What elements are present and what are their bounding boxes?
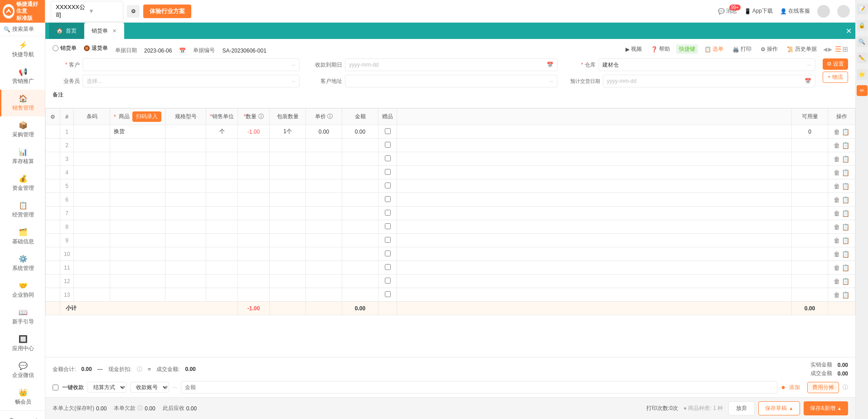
discard-button[interactable]: 放弃 (728, 401, 755, 415)
toolbar-print[interactable]: 🖨️ 打印 (730, 44, 754, 54)
right-panel-btn-4[interactable]: ✏️ (857, 53, 868, 63)
row-spec-cell[interactable] (165, 288, 206, 302)
delete-icon[interactable]: 🗑 (834, 250, 840, 258)
right-panel-btn-2[interactable]: 🔒 (857, 20, 868, 31)
topbar-settings-icon[interactable]: ⚙ (127, 5, 140, 18)
sidebar-item-collab[interactable]: 🤝 企业协同 (0, 277, 45, 303)
gift-checkbox[interactable] (385, 196, 391, 202)
row-pkg-cell[interactable] (270, 207, 306, 220)
row-barcode-cell[interactable] (74, 247, 110, 261)
copy-icon[interactable]: 📋 (842, 278, 849, 285)
row-unit-cell[interactable] (206, 207, 238, 220)
row-amount-cell[interactable] (342, 275, 378, 288)
row-unit-cell[interactable] (206, 220, 238, 234)
radio-input-return[interactable] (84, 45, 90, 51)
delete-icon[interactable]: 🗑 (834, 210, 840, 217)
row-spec-cell[interactable] (165, 234, 206, 247)
row-pkg-cell[interactable] (270, 166, 306, 179)
payment-amount-input[interactable] (181, 381, 778, 394)
row-pkg-cell[interactable]: 1个 (270, 125, 306, 139)
row-unit-cell[interactable] (206, 179, 238, 193)
row-price-cell[interactable] (306, 193, 342, 207)
row-pkg-cell[interactable] (270, 275, 306, 288)
salesperson-input[interactable]: 选择... ··· (82, 75, 300, 87)
row-product-cell[interactable] (110, 193, 165, 207)
sidebar-item-guide[interactable]: 📖 新手引导 (0, 303, 45, 330)
delete-icon[interactable]: 🗑 (834, 237, 840, 244)
delete-icon[interactable]: 🗑 (834, 183, 840, 190)
row-unit-cell[interactable] (206, 139, 238, 152)
row-qty-cell[interactable] (238, 152, 270, 166)
save-draft-button[interactable]: 保存草稿 ▲ (758, 401, 800, 415)
delete-icon[interactable]: 🗑 (834, 278, 840, 285)
gift-checkbox[interactable] (385, 183, 391, 188)
row-pkg-cell[interactable] (270, 139, 306, 152)
row-barcode-cell[interactable] (74, 275, 110, 288)
row-amount-cell[interactable] (342, 166, 378, 179)
row-spec-cell[interactable] (165, 152, 206, 166)
row-barcode-cell[interactable] (74, 179, 110, 193)
radio-input-sales[interactable] (53, 45, 58, 51)
row-amount-cell[interactable] (342, 179, 378, 193)
user-avatar2[interactable] (837, 5, 850, 18)
scan-button[interactable]: 扫码录入 (132, 111, 161, 122)
calendar-icon[interactable]: 📅 (179, 48, 186, 54)
grid-view-icon[interactable]: ⊞ (842, 45, 848, 53)
row-amount-cell[interactable] (342, 152, 378, 166)
user-avatar[interactable] (817, 5, 830, 18)
row-product-cell[interactable] (110, 179, 165, 193)
sidebar-item-operation[interactable]: 📋 经营管理 (0, 197, 45, 223)
prev-icon[interactable]: ◀ (823, 46, 827, 53)
sidebar-item-purchase[interactable]: 📦 采购管理 (0, 116, 45, 143)
gift-checkbox[interactable] (385, 210, 391, 216)
row-product-cell[interactable] (110, 261, 165, 275)
row-qty-cell[interactable] (238, 193, 270, 207)
row-spec-cell[interactable] (165, 220, 206, 234)
row-price-cell[interactable] (306, 247, 342, 261)
sidebar-item-finance[interactable]: 💰 资金管理 (0, 170, 45, 197)
one-click-pay-checkbox[interactable] (53, 385, 58, 390)
right-panel-btn-1[interactable]: 📝 (857, 4, 868, 14)
row-spec-cell[interactable] (165, 275, 206, 288)
row-price-cell[interactable] (306, 179, 342, 193)
row-qty-cell[interactable] (238, 275, 270, 288)
sidebar-item-appstore[interactable]: 🔲 应用中心 (0, 330, 45, 357)
copy-icon[interactable]: 📋 (842, 128, 849, 135)
sidebar-item-member[interactable]: 👑 畅会员 (0, 384, 45, 410)
row-price-cell[interactable] (306, 275, 342, 288)
gift-checkbox[interactable] (385, 278, 391, 284)
tab-home[interactable]: 🏠 首页 (49, 23, 84, 39)
row-product-cell[interactable] (110, 220, 165, 234)
row-qty-cell[interactable] (238, 207, 270, 220)
row-barcode-cell[interactable] (74, 234, 110, 247)
row-qty-cell[interactable] (238, 261, 270, 275)
delete-icon[interactable]: 🗑 (834, 169, 840, 176)
copy-icon[interactable]: 📋 (842, 196, 849, 203)
copy-icon[interactable]: 📋 (842, 183, 849, 190)
row-unit-cell[interactable] (206, 288, 238, 302)
toolbar-help[interactable]: ❓ 帮助 (648, 44, 673, 54)
tab-sales-order[interactable]: 销货单 ✕ (84, 23, 124, 39)
row-spec-cell[interactable] (165, 166, 206, 179)
right-panel-btn-3[interactable]: 🔍 (857, 36, 868, 47)
row-product-cell[interactable] (110, 288, 165, 302)
row-unit-cell[interactable] (206, 247, 238, 261)
row-unit-cell[interactable] (206, 152, 238, 166)
radio-return[interactable]: 退货单 (84, 44, 108, 52)
row-pkg-cell[interactable] (270, 179, 306, 193)
row-spec-cell[interactable] (165, 125, 206, 139)
row-product-cell[interactable]: 换货 (110, 125, 165, 139)
expected-date-input[interactable]: yyyy-mm-dd 📅 (603, 75, 815, 87)
gift-checkbox[interactable] (385, 169, 391, 175)
row-product-cell[interactable] (110, 247, 165, 261)
sidebar-item-sales[interactable]: 🏠 销售管理 (0, 90, 45, 116)
gift-checkbox[interactable] (385, 291, 391, 297)
row-qty-cell[interactable] (238, 139, 270, 152)
gift-checkbox[interactable] (385, 223, 391, 229)
row-unit-cell[interactable] (206, 166, 238, 179)
row-amount-cell[interactable] (342, 247, 378, 261)
warehouse-input[interactable]: 建材仓 ··· (598, 58, 815, 71)
row-amount-cell[interactable] (342, 234, 378, 247)
row-unit-cell[interactable] (206, 234, 238, 247)
row-barcode-cell[interactable] (74, 220, 110, 234)
